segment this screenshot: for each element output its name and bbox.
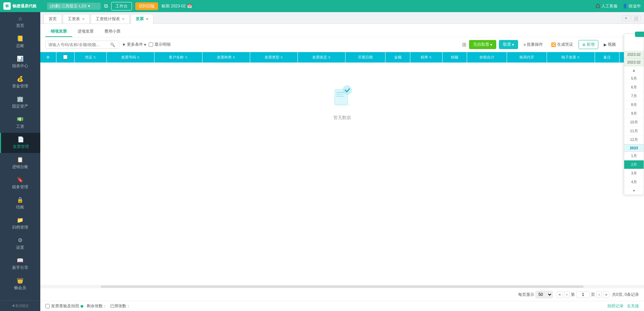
dropdown-icon: ▾ xyxy=(490,42,492,47)
col-customer[interactable]: 客户名称 ⇅ xyxy=(154,52,202,63)
tab-salary-stat[interactable]: 工资统计报表 ✕ xyxy=(91,14,130,24)
sidebar-item-sales[interactable]: 📋 进销台账 xyxy=(0,153,40,173)
expand-toggle[interactable]: ▾ xyxy=(624,187,644,195)
sidebar-item-tax[interactable]: 🔖 税务管理 xyxy=(0,173,40,193)
photo-record-link[interactable]: 拍照记录 xyxy=(607,303,624,309)
check-checkbox[interactable] xyxy=(45,304,50,308)
switch-version-button[interactable]: 切到旧版 xyxy=(135,2,158,10)
new-button[interactable]: ⊕ 新增 xyxy=(579,40,598,49)
no-cancel-ticket-button[interactable]: 无自取票 ▾ xyxy=(469,40,496,49)
sub-tab-expense-receipt[interactable]: 费用小票 xyxy=(99,27,126,37)
prev-page-button[interactable]: ‹ xyxy=(564,291,569,298)
check-label: 发票查验及拍照 xyxy=(51,303,79,309)
col-invoice-no[interactable]: 发票号码 ⇅ xyxy=(107,52,154,63)
recharge-link[interactable]: 去充值 xyxy=(627,303,639,309)
month-9[interactable]: 9月 xyxy=(624,109,644,118)
service-button[interactable]: 🎧 人工客服 xyxy=(595,3,617,9)
sidebar-item-salary[interactable]: 💵 工资 xyxy=(0,113,40,133)
sidebar-item-assets[interactable]: 🏢 固定资产 xyxy=(0,92,40,113)
tab-invoice[interactable]: 发票 ✕ xyxy=(131,14,153,24)
batch-op-button[interactable]: ≡ 批量操作 xyxy=(521,40,546,49)
tab-home[interactable]: 首页 xyxy=(44,14,62,24)
col-invoice-status[interactable]: 发票状态 ⇅ xyxy=(298,52,346,63)
month-5[interactable]: 5月 xyxy=(624,74,644,83)
month-12[interactable]: 12月 xyxy=(624,135,644,144)
tab-salary-table[interactable]: 工资表 ✕ xyxy=(63,14,90,24)
sidebar-item-report[interactable]: 📊 报表中心 xyxy=(0,52,40,72)
col-invoice-type[interactable]: 发票种类 ⇅ xyxy=(202,52,250,63)
per-page-select[interactable]: 50 20 100 xyxy=(536,291,553,298)
first-page-button[interactable]: « xyxy=(557,291,563,298)
filter-icon: ▼ xyxy=(122,42,126,47)
company-copy-icon[interactable]: ⧉ xyxy=(104,3,108,9)
month-8[interactable]: 8月 xyxy=(624,101,644,109)
close-salary-table-icon[interactable]: ✕ xyxy=(82,17,85,21)
close-window-icon[interactable]: ✕ xyxy=(622,15,630,22)
month-4[interactable]: 4月 xyxy=(624,178,644,187)
maximize-window-icon[interactable]: ⬜ xyxy=(631,15,641,22)
month-3[interactable]: 3月 xyxy=(624,169,644,178)
col-remark[interactable]: 备注 xyxy=(595,52,619,63)
date-header-2[interactable]: 2023.02 xyxy=(624,59,644,66)
unpin-button[interactable]: ◀ 取消固定 xyxy=(0,301,40,311)
month-7[interactable]: 7月 xyxy=(624,92,644,101)
svg-rect-3 xyxy=(336,94,343,95)
col-tax-rate[interactable]: 税率 ⇅ xyxy=(410,52,442,63)
col-total[interactable]: 价税合计 xyxy=(467,52,507,63)
tab-bar: 首页 工资表 ✕ 工资统计报表 ✕ 发票 ✕ ✕ ⬜ xyxy=(40,12,644,24)
search-input[interactable] xyxy=(48,42,109,47)
show-detail-checkbox[interactable]: 显示明细 xyxy=(149,42,171,47)
month-2-active[interactable]: 2月 xyxy=(624,160,644,169)
month-11[interactable]: 11月 xyxy=(624,127,644,135)
user-avatar[interactable]: 👤 徐溢华 xyxy=(623,3,641,9)
remaining-item: 剩余张数： xyxy=(87,303,107,309)
filter-button[interactable]: ▼ 更多条件 ▾ xyxy=(122,42,146,47)
col-checkbox[interactable] xyxy=(56,52,74,63)
sidebar-item-invoice[interactable]: 📄 发票管理 xyxy=(0,133,40,153)
video-button[interactable]: ▶ 视频 xyxy=(601,40,618,49)
next-page-button[interactable]: › xyxy=(596,291,602,298)
calendar-icon[interactable]: 📅 xyxy=(187,4,192,8)
open-period-button[interactable]: 开账日期 xyxy=(635,34,644,37)
select-all-checkbox[interactable] xyxy=(63,55,67,59)
sub-tab-sales-invoice[interactable]: 销项发票 xyxy=(45,27,72,37)
sub-tab-purchase-invoice[interactable]: 进项发票 xyxy=(72,27,99,37)
search-box[interactable]: 🔍 xyxy=(45,41,119,49)
col-settings[interactable]: ⚙ xyxy=(40,52,56,63)
sidebar-item-finance[interactable]: 💰 资金管理 xyxy=(0,72,40,92)
date-header-1[interactable]: 2023.02 xyxy=(624,51,644,59)
grid-layout-icon[interactable]: ⊞ xyxy=(462,41,466,48)
company-selector[interactable]: (勿删) 江西股宝-LSS ▾ xyxy=(47,3,101,10)
table-container: ⚙ 凭证 ⇅ 发票号码 ⇅ 客户名称 ⇅ 发票种类 ⇅ 发票类型 ⇅ 发票状态 … xyxy=(40,52,644,285)
col-e-invoice[interactable]: 电子发票 ⇅ xyxy=(547,52,595,63)
col-tax-code[interactable]: 税局代开 xyxy=(507,52,547,63)
sidebar-item-member[interactable]: 👑 畅会员 xyxy=(0,274,40,294)
sidebar-item-settings[interactable]: ⚙ 设置 xyxy=(0,234,40,254)
current-page-input[interactable] xyxy=(576,291,590,298)
sidebar-item-ledger[interactable]: 📒 总账 xyxy=(0,32,40,52)
col-voucher[interactable]: 凭证 ⇅ xyxy=(74,52,106,63)
collapse-toggle[interactable]: ▲ xyxy=(624,66,644,74)
workbench-button[interactable]: 工作台 xyxy=(111,2,132,10)
col-tax-amount[interactable]: 税额 xyxy=(442,52,467,63)
used-label: 已用张数： xyxy=(110,303,130,309)
col-open-date[interactable]: 开票日期 xyxy=(346,52,385,63)
sidebar-label-member: 畅会员 xyxy=(14,285,26,291)
sidebar-item-archive[interactable]: 📁 归档管理 xyxy=(0,213,40,234)
take-ticket-button[interactable]: 取票 ▾ xyxy=(499,40,518,49)
sidebar-item-closing[interactable]: 🔒 结账 xyxy=(0,193,40,213)
col-amount[interactable]: 金额 xyxy=(385,52,410,63)
gen-voucher-button[interactable]: 🔀 生成凭证 xyxy=(548,40,576,49)
sidebar-item-guide[interactable]: 📖 新手引导 xyxy=(0,254,40,274)
month-1[interactable]: 1月 xyxy=(624,152,644,160)
close-invoice-icon[interactable]: ✕ xyxy=(146,17,148,21)
close-salary-stat-icon[interactable]: ✕ xyxy=(122,17,125,21)
last-page-button[interactable]: » xyxy=(603,291,609,298)
col-invoice-cat[interactable]: 发票类型 ⇅ xyxy=(250,52,297,63)
month-10[interactable]: 10月 xyxy=(624,118,644,127)
sidebar-item-home[interactable]: ⌂ 首页 xyxy=(0,12,40,32)
page-size-selector[interactable]: 每页显示 50 20 100 xyxy=(518,291,554,298)
page-unit: 页 xyxy=(591,292,595,298)
show-detail-input[interactable] xyxy=(149,42,153,47)
month-6[interactable]: 6月 xyxy=(624,83,644,92)
